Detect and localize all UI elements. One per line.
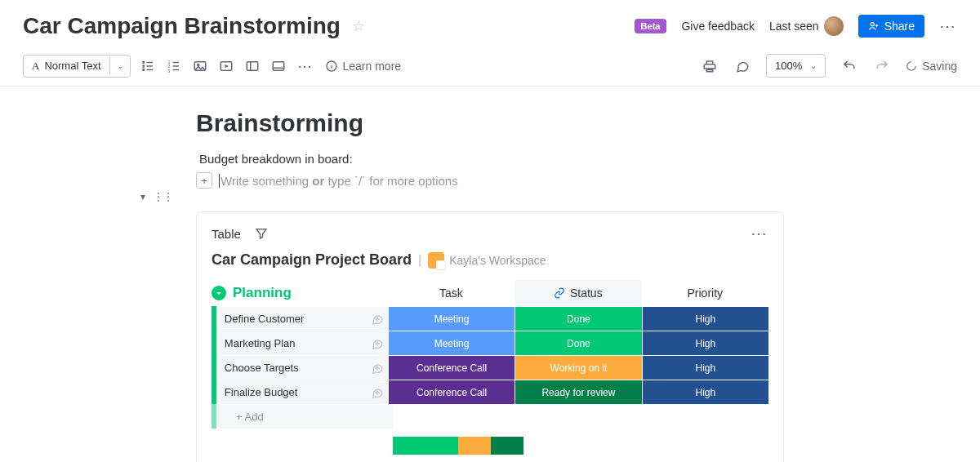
- page-title[interactable]: Car Campaign Brainstorming: [23, 13, 341, 39]
- numbered-list-icon[interactable]: 123: [165, 57, 183, 75]
- undo-icon[interactable]: [840, 57, 858, 75]
- last-seen-label: Last seen: [769, 20, 819, 33]
- column-header-task[interactable]: Task: [388, 280, 514, 306]
- favorite-star-icon[interactable]: ☆: [352, 17, 365, 35]
- svg-point-0: [871, 23, 874, 26]
- workspace-link[interactable]: Kayla's Workspace: [428, 252, 546, 269]
- embed-icon[interactable]: [270, 57, 287, 75]
- learn-more-label: Learn more: [343, 60, 402, 73]
- add-row[interactable]: + Add: [212, 404, 768, 429]
- row-name[interactable]: Finalize Budget: [216, 380, 368, 404]
- svg-text:3: 3: [167, 68, 170, 73]
- board-title[interactable]: Car Campaign Project Board: [212, 251, 412, 269]
- spinner-icon: [906, 60, 917, 72]
- layout-icon[interactable]: [243, 57, 261, 75]
- compose-hint-or: or: [312, 174, 324, 188]
- table-row[interactable]: Define CustomerMeetingDoneHigh: [212, 306, 768, 331]
- video-icon[interactable]: [217, 57, 235, 75]
- drag-handle-icon[interactable]: ⋮⋮: [154, 191, 173, 202]
- person-plus-icon: [868, 20, 880, 32]
- collapse-icon[interactable]: ▾: [140, 191, 145, 202]
- column-header-priority[interactable]: Priority: [642, 280, 768, 306]
- chevron-down-icon[interactable]: ⌄: [109, 57, 130, 74]
- share-button-label: Share: [884, 20, 915, 33]
- give-feedback-link[interactable]: Give feedback: [681, 20, 755, 33]
- table-row[interactable]: Marketing PlanMeetingDoneHigh: [212, 331, 768, 355]
- task-cell[interactable]: Meeting: [388, 331, 514, 355]
- status-summary-bar: [197, 429, 783, 455]
- priority-cell[interactable]: High: [642, 380, 768, 404]
- add-row-label[interactable]: + Add: [216, 404, 393, 429]
- comment-icon[interactable]: [733, 57, 751, 75]
- text-style-dropdown[interactable]: A Normal Text ⌄: [23, 55, 131, 78]
- header-more-icon[interactable]: ⋯: [939, 16, 957, 36]
- board-more-icon[interactable]: ⋯: [751, 224, 768, 243]
- task-cell[interactable]: Meeting: [388, 306, 514, 331]
- svg-rect-11: [273, 61, 284, 70]
- zoom-value: 100%: [775, 60, 802, 72]
- table-row[interactable]: Choose TargetsConference CallWorking on …: [212, 355, 768, 380]
- filter-icon[interactable]: [252, 224, 270, 242]
- table-row[interactable]: Finalize BudgetConference CallReady for …: [212, 380, 768, 404]
- priority-cell[interactable]: High: [642, 306, 768, 331]
- priority-cell[interactable]: High: [642, 331, 768, 355]
- image-icon[interactable]: [191, 57, 209, 75]
- zoom-dropdown[interactable]: 100% ⌄: [766, 54, 826, 78]
- chat-bubble-icon[interactable]: [368, 331, 388, 355]
- status-cell[interactable]: Done: [514, 306, 641, 331]
- chevron-down-icon: ⌄: [810, 61, 817, 70]
- row-name[interactable]: Marketing Plan: [216, 331, 368, 355]
- priority-cell[interactable]: High: [642, 355, 768, 380]
- row-name[interactable]: Choose Targets: [216, 355, 368, 380]
- compose-input[interactable]: Write something or type `/` for more opt…: [219, 174, 458, 188]
- redo-icon[interactable]: [873, 57, 891, 75]
- link-icon: [554, 287, 565, 299]
- task-cell[interactable]: Conference Call: [388, 355, 514, 380]
- compose-hint-prefix: Write something: [220, 174, 312, 188]
- group-header[interactable]: Planning: [212, 280, 388, 306]
- doc-subline[interactable]: Budget breakdown in board:: [196, 152, 784, 166]
- doc-heading[interactable]: Brainstorming: [196, 109, 784, 137]
- svg-rect-10: [247, 61, 258, 70]
- compose-hint-suffix: type `/` for more options: [324, 174, 457, 188]
- status-cell[interactable]: Ready for review: [514, 380, 641, 404]
- bulleted-list-icon[interactable]: [139, 57, 157, 75]
- last-seen[interactable]: Last seen: [769, 16, 844, 36]
- column-header-status-label: Status: [570, 287, 603, 300]
- chat-bubble-icon[interactable]: [368, 355, 388, 380]
- row-name[interactable]: Define Customer: [216, 306, 368, 331]
- workspace-badge-icon: [428, 252, 444, 269]
- svg-point-2: [142, 65, 144, 67]
- workspace-name: Kayla's Workspace: [449, 254, 546, 267]
- chat-bubble-icon[interactable]: [368, 380, 388, 404]
- add-block-button[interactable]: +: [196, 172, 212, 189]
- save-status: Saving: [906, 60, 957, 73]
- learn-more-link[interactable]: Learn more: [325, 60, 402, 73]
- save-status-label: Saving: [922, 60, 957, 73]
- group-name[interactable]: Planning: [233, 285, 292, 301]
- beta-badge: Beta: [635, 19, 667, 33]
- toolbar-more-icon[interactable]: ⋯: [296, 57, 314, 75]
- share-button[interactable]: Share: [858, 15, 924, 38]
- text-style-label: Normal Text: [44, 60, 100, 72]
- chat-bubble-icon[interactable]: [368, 306, 388, 331]
- group-collapse-icon[interactable]: [212, 286, 226, 300]
- summary-done: [393, 437, 458, 455]
- task-cell[interactable]: Conference Call: [388, 380, 514, 404]
- status-cell[interactable]: Done: [514, 331, 641, 355]
- column-header-status[interactable]: Status: [514, 280, 641, 306]
- print-icon[interactable]: [701, 57, 719, 75]
- info-icon: [325, 60, 338, 73]
- summary-review: [491, 437, 523, 455]
- svg-point-1: [142, 61, 144, 63]
- status-cell[interactable]: Working on it: [514, 355, 641, 380]
- separator: |: [418, 253, 421, 268]
- svg-point-3: [142, 69, 144, 70]
- text-style-glyph-icon: A: [32, 60, 39, 73]
- summary-working: [458, 437, 491, 455]
- svg-point-8: [197, 64, 198, 65]
- embedded-board[interactable]: Table ⋯ Car Campaign Project Board | Kay…: [196, 211, 784, 462]
- avatar[interactable]: [824, 16, 844, 36]
- board-view-tab[interactable]: Table: [212, 227, 241, 241]
